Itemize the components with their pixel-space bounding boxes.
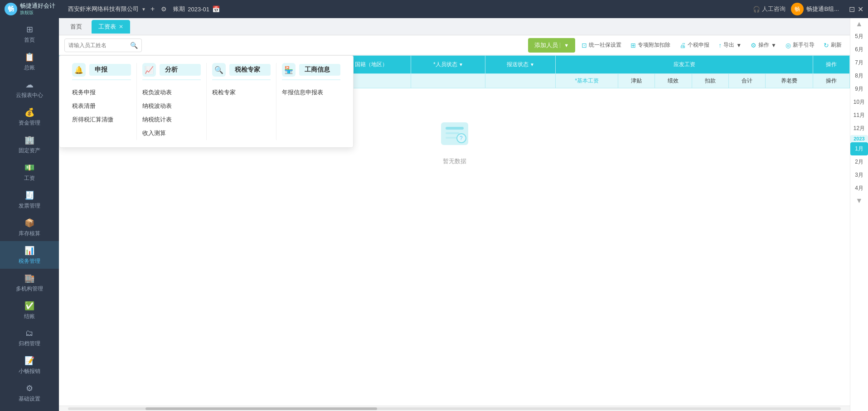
month-item-3[interactable]: 3月 [850, 169, 868, 182]
month-item-11[interactable]: 11月 [850, 109, 868, 122]
month-item-12[interactable]: 12月 [850, 122, 868, 135]
month-item-2[interactable]: 2月 [850, 155, 868, 169]
restore-icon[interactable]: ⊡ [849, 5, 855, 14]
refresh-button[interactable]: ↻ 刷新 [821, 41, 844, 49]
menu-item-annual-report[interactable]: 年报信息申报表 [282, 86, 340, 99]
sidebar-item-close-accounts[interactable]: ✅ 结账 [0, 296, 59, 324]
right-sidebar: ▲ 5月 6月 7月 8月 9月 10月 11月 12月 2023 1月 2月 … [850, 18, 868, 411]
sidebar-item-tax[interactable]: 📊 税务管理 [0, 241, 59, 269]
col-region-label: 国籍（地区） [355, 61, 388, 68]
menu-section-shengjbao: 🔔 申报 税务申报 税表清册 所得税汇算清缴 [67, 63, 136, 140]
menu-item-income-tax-final[interactable]: 所得税汇算清缴 [72, 113, 131, 126]
tax-report-icon: 🖨 [679, 42, 686, 49]
sidebar-item-expense[interactable]: 📝 小畅报销 [0, 351, 59, 379]
shengjbao-title: 申报 [89, 64, 131, 76]
company-area[interactable]: 西安虾米网络科技有限公司 ▼ + ⚙ [68, 5, 169, 13]
sidebar-item-multi-org[interactable]: 🏬 多机构管理 [0, 269, 59, 296]
help-button[interactable]: 🎧 人工咨询 [753, 5, 786, 13]
refresh-icon: ↻ [824, 42, 829, 49]
menu-item-tax-stats[interactable]: 纳税统计表 [142, 113, 201, 126]
sidebar-item-label: 首页 [24, 36, 35, 44]
export-button[interactable]: ↑ 导出 ▼ [716, 41, 744, 49]
tab-home[interactable]: 首页 [63, 20, 89, 34]
sidebar-item-ledger[interactable]: 📋 总账 [0, 48, 59, 75]
special-deduction-button[interactable]: ⊞ 专项附加扣除 [628, 41, 673, 49]
add-person-dropdown-icon[interactable]: ▼ [560, 43, 569, 48]
search-icon[interactable]: 🔍 [130, 42, 138, 49]
sub-col-total: 合计 [728, 74, 765, 88]
sidebar-item-assets[interactable]: 🏢 固定资产 [0, 131, 59, 158]
col-send-status[interactable]: 报送状态 ▼ [485, 56, 556, 74]
menu-item-tax-payment[interactable]: 纳税波动表 [142, 99, 201, 113]
bottom-scrollbar[interactable] [59, 406, 850, 411]
sub-col-empty8 [411, 74, 485, 88]
sidebar-item-inventory[interactable]: 📦 库存核算 [0, 213, 59, 241]
col-status[interactable]: *人员状态 ▼ [411, 56, 485, 74]
search-wrap[interactable]: 🔍 [64, 39, 142, 52]
status-filter-icon[interactable]: ▼ [459, 62, 463, 67]
sidebar-item-invoice[interactable]: 🧾 发票管理 [0, 186, 59, 213]
tab-salary-table[interactable]: 工资表 ✕ [92, 20, 130, 34]
settings-icon: ⚙ [26, 383, 33, 393]
sidebar-item-label: 资金管理 [19, 119, 40, 127]
send-status-filter-icon[interactable]: ▼ [530, 62, 534, 67]
sidebar-item-settings[interactable]: ⚙ 基础设置 [0, 379, 59, 406]
close-icon[interactable]: ✕ [858, 5, 863, 14]
empty-icon: ? [436, 116, 473, 152]
sidebar-item-salary[interactable]: 💵 工资 [0, 158, 59, 186]
sidebar-item-label: 工资 [24, 174, 35, 182]
shuijian-title: 税检专家 [229, 64, 271, 76]
tax-report-label: 个税申报 [688, 41, 709, 49]
special-deduction-icon: ⊞ [630, 42, 636, 49]
menu-item-tax-table[interactable]: 税表清册 [72, 99, 131, 113]
tax-report-button[interactable]: 🖨 个税申报 [677, 41, 712, 49]
calendar-icon[interactable]: 📅 [212, 5, 220, 13]
month-next-arrow[interactable]: ▼ [850, 195, 868, 207]
multi-org-icon: 🏬 [24, 273, 34, 283]
fenxi-title: 分析 [160, 64, 201, 76]
social-insurance-button[interactable]: ⊡ 统一社保设置 [579, 41, 624, 49]
guide-button[interactable]: ◎ 新手引导 [783, 41, 817, 49]
add-person-button[interactable]: 添加人员 ▼ [528, 38, 575, 53]
fenxi-icon: 📈 [142, 63, 156, 77]
month-item-6[interactable]: 6月 [850, 43, 868, 56]
month-item-8[interactable]: 8月 [850, 69, 868, 82]
sidebar-item-cloud-reports[interactable]: ☁ 云报表中心 [0, 75, 59, 103]
menu-item-tax-burden[interactable]: 税负波动表 [142, 86, 201, 99]
sidebar-item-label: 结账 [24, 313, 35, 320]
user-area[interactable]: 畅 畅捷通B组... [791, 3, 839, 15]
month-prev-arrow[interactable]: ▲ [850, 18, 868, 30]
sidebar-item-label: 总账 [24, 64, 35, 72]
company-settings-icon[interactable]: ⚙ [161, 5, 167, 13]
menu-item-tax-expert[interactable]: 税检专家 [212, 86, 271, 99]
period-value: 2023-01 [188, 6, 209, 13]
sidebar-item-label: 基础设置 [19, 395, 40, 403]
scroll-thumb[interactable] [145, 407, 378, 410]
operations-button[interactable]: ⚙ 操作 ▼ [748, 41, 779, 49]
month-item-1[interactable]: 1月 [850, 142, 868, 155]
menu-item-tax-report[interactable]: 税务申报 [72, 86, 131, 99]
menu-section-gongshang: 🏪 工商信息 年报信息申报表 [276, 63, 346, 140]
company-dropdown-icon[interactable]: ▼ [141, 7, 146, 12]
refresh-label: 刷新 [831, 41, 842, 49]
year-marker-2023: 2023 [850, 135, 868, 142]
tab-close-icon[interactable]: ✕ [119, 24, 123, 30]
menu-item-income-estimate[interactable]: 收入测算 [142, 126, 201, 140]
sidebar-item-label: 税务管理 [19, 257, 40, 265]
logo-icon: 畅 [5, 3, 17, 15]
month-item-7[interactable]: 7月 [850, 56, 868, 69]
month-item-5[interactable]: 5月 [850, 30, 868, 43]
month-item-4[interactable]: 4月 [850, 182, 868, 195]
sidebar-item-archive[interactable]: 🗂 归档管理 [0, 324, 59, 351]
avatar: 畅 [791, 3, 804, 15]
month-item-10[interactable]: 10月 [850, 96, 868, 109]
search-input[interactable] [68, 42, 127, 48]
add-company-button[interactable]: + [150, 5, 155, 13]
sidebar-item-guide[interactable]: 🧭 新手引导 [0, 406, 59, 411]
col-status-label: *人员状态 [433, 61, 457, 68]
sidebar-item-home[interactable]: ⊞ 首页 [0, 20, 59, 48]
month-item-9[interactable]: 9月 [850, 82, 868, 96]
sub-col-pension: 养老费 [765, 74, 813, 88]
ledger-icon: 📋 [24, 52, 34, 62]
sidebar-item-funds[interactable]: 💰 资金管理 [0, 103, 59, 131]
